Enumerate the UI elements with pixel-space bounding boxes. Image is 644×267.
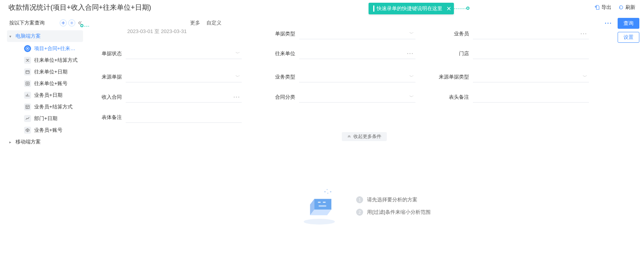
svg-point-0 xyxy=(71,22,72,23)
filter-input[interactable]: ··· xyxy=(473,28,589,39)
tree-item-label: 业务员+账号 xyxy=(34,127,62,134)
scheme-sidebar: 按以下方案查询 ▾ 电脑端方案 xyxy=(5,17,85,267)
bars-icon xyxy=(24,92,31,99)
svg-point-5 xyxy=(27,83,28,84)
filter-input[interactable]: ﹀ xyxy=(473,72,589,82)
filter-label: 业务员 xyxy=(439,30,473,37)
tree-item[interactable]: 部门+日期 xyxy=(7,113,83,124)
filter-input[interactable]: ﹀ xyxy=(126,48,242,59)
tree-item[interactable]: 往来单位+结算方式 xyxy=(7,54,83,66)
filter-label: 表体备注 xyxy=(92,114,126,121)
scheme-settings-button[interactable] xyxy=(68,19,75,26)
svg-rect-13 xyxy=(319,205,327,207)
empty-state: 1 请先选择要分析的方案 2 用[过滤]条件来缩小分析范围 xyxy=(89,145,639,267)
filter-label: 来源单据 xyxy=(92,73,126,80)
svg-rect-3 xyxy=(26,71,29,74)
chevron-down-icon: ﹀ xyxy=(235,50,240,57)
more-icon: ··· xyxy=(407,51,414,57)
filter-partner: 往来单位 ··· xyxy=(265,45,415,62)
empty-steps: 1 请先选择要分析的方案 2 用[过滤]条件来缩小分析范围 xyxy=(356,196,430,216)
tree-group-mobile[interactable]: ▸ 移动端方案 xyxy=(7,136,83,148)
query-button[interactable]: 查询 xyxy=(618,18,639,29)
filter-input[interactable] xyxy=(126,112,242,123)
empty-step-2: 2 用[过滤]条件来缩小分析范围 xyxy=(356,209,430,216)
svg-point-2 xyxy=(27,48,28,49)
sidebar-header: 按以下方案查询 xyxy=(5,17,85,29)
export-icon xyxy=(594,5,600,10)
shuffle-icon xyxy=(24,57,31,64)
page-title: 收款情况统计(项目+收入合同+往来单位+日期) xyxy=(9,3,151,12)
filter-label: 单据状态 xyxy=(92,50,126,57)
filter-doc-status: 单据状态 ﹀ xyxy=(92,45,242,62)
svg-rect-6 xyxy=(26,105,29,109)
tree-item-label: 往来单位+结算方式 xyxy=(34,57,78,64)
tree-item[interactable]: 业务员+结算方式 xyxy=(7,101,83,113)
more-icon: ··· xyxy=(580,31,587,37)
filter-rev-contract: 收入合同 ··· xyxy=(92,92,242,103)
target-icon xyxy=(24,45,31,52)
tree-group-desktop[interactable]: ▾ 电脑端方案 xyxy=(7,30,83,42)
filter-input[interactable] xyxy=(473,92,589,103)
filter-action-column: ··· 查询 设置 xyxy=(605,18,639,43)
filter-biz-type: 业务类型 ﹀ xyxy=(265,72,415,82)
refresh-label: 刷新 xyxy=(625,4,635,11)
tree-item[interactable]: 往来单位+账号 xyxy=(7,78,83,89)
filter-grid: 单据类型 ﹀ 业务员 ··· 单据状态 ﹀ 往来单位 ··· 门店 xyxy=(89,40,639,131)
tip-shortcut-close[interactable] xyxy=(447,7,451,10)
svg-rect-12 xyxy=(323,202,326,203)
tree-item[interactable]: 业务员+日期 xyxy=(7,89,83,101)
export-button[interactable]: 导出 xyxy=(594,4,611,11)
refresh-button[interactable]: 刷新 xyxy=(618,4,635,11)
query-button-label: 查询 xyxy=(623,20,634,27)
filter-area: 更多 自定义 2023-03-01 至 2023-03-31 单据类型 ﹀ 业务… xyxy=(89,17,639,145)
svg-rect-11 xyxy=(318,202,321,203)
page-header: 收款情况统计(项目+收入合同+往来单位+日期) 导出 刷新 xyxy=(0,0,644,15)
filter-label: 合同分类 xyxy=(265,94,299,101)
tree-group-label: 移动端方案 xyxy=(16,138,41,145)
tree-item[interactable]: 往来单位+日期 xyxy=(7,66,83,78)
date-range-value: 2023-03-01 至 2023-03-31 xyxy=(127,28,187,34)
filter-label: 收入合同 xyxy=(92,94,126,101)
step-number-badge: 2 xyxy=(356,209,363,216)
filter-input[interactable]: ··· xyxy=(299,48,415,59)
chevron-down-icon: ﹀ xyxy=(583,73,587,80)
tree-item-label: 业务员+结算方式 xyxy=(34,103,73,110)
sidebar-title: 按以下方案查询 xyxy=(9,19,45,26)
settings-button[interactable]: 设置 xyxy=(618,32,639,43)
tip-connector-line xyxy=(454,9,466,9)
tree-item-label: 业务员+日期 xyxy=(34,92,62,99)
tree-item-label: 项目+合同+往来单位... xyxy=(34,45,80,52)
filter-input[interactable]: ﹀ xyxy=(299,92,415,103)
content-panel: ··· 查询 设置 更多 自定义 2023-03-01 至 2023-03-31 xyxy=(89,17,639,267)
tab-custom[interactable]: 自定义 xyxy=(206,19,222,26)
filter-input[interactable]: ﹀ xyxy=(299,28,415,39)
collapse-sidebar-button[interactable] xyxy=(77,19,83,26)
filter-input[interactable]: ﹀ xyxy=(126,72,242,82)
collapse-bar: 收起更多条件 xyxy=(89,131,639,145)
add-scheme-button[interactable] xyxy=(60,19,67,26)
filter-input[interactable] xyxy=(473,48,589,59)
filter-input[interactable]: ··· xyxy=(126,92,242,103)
chevron-down-icon: ﹀ xyxy=(235,73,240,80)
step-text: 用[过滤]条件来缩小分析范围 xyxy=(367,209,430,216)
chevron-down-icon: ﹀ xyxy=(409,30,414,37)
tree-item-label: 往来单位+日期 xyxy=(34,68,68,75)
caret-right-icon: ▸ xyxy=(9,140,13,144)
tree-item[interactable]: 项目+合同+往来单位... xyxy=(7,43,83,54)
more-actions-button[interactable]: ··· xyxy=(605,20,614,27)
filter-label: 门店 xyxy=(439,50,473,57)
chevron-down-icon: ﹀ xyxy=(409,94,414,100)
more-icon: ··· xyxy=(234,94,241,100)
filter-store: 门店 xyxy=(439,45,589,62)
svg-point-7 xyxy=(304,219,335,225)
step-text: 请先选择要分析的方案 xyxy=(367,196,417,203)
tree-item[interactable]: 业务员+账号 xyxy=(7,124,83,136)
tab-more[interactable]: 更多 xyxy=(190,19,200,26)
filter-head-remark: 表头备注 xyxy=(439,92,589,103)
header-actions: 导出 刷新 xyxy=(594,4,635,11)
collapse-filters-button[interactable]: 收起更多条件 xyxy=(342,132,387,141)
filter-body-remark: 表体备注 xyxy=(92,112,242,123)
filter-input[interactable]: ﹀ xyxy=(299,72,415,82)
tree-item-label: 部门+日期 xyxy=(34,115,57,122)
cube-icon xyxy=(24,127,31,134)
